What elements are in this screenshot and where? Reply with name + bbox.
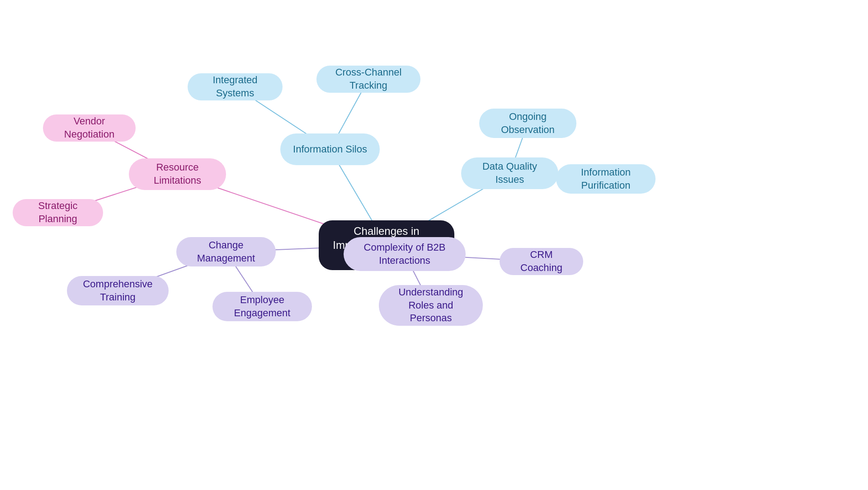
comprehensive-training-node: Comprehensive Training [67, 276, 169, 305]
vendor-negotiation-node: Vendor Negotiation [43, 114, 136, 142]
integrated-systems-node: Integrated Systems [188, 73, 283, 100]
ongoing-observation-node: Ongoing Observation [479, 109, 576, 138]
information-silos-node: Information Silos [280, 133, 380, 165]
crm-coaching-node: CRM Coaching [500, 248, 583, 275]
understanding-roles-node: Understanding Roles and Personas [379, 285, 483, 326]
employee-engagement-node: Employee Engagement [212, 292, 312, 321]
strategic-planning-node: Strategic Planning [13, 199, 103, 226]
change-management-node: Change Management [176, 237, 276, 266]
information-purification-node: Information Purification [556, 164, 656, 194]
resource-limitations-node: Resource Limitations [129, 158, 226, 190]
complexity-b2b-node: Complexity of B2B Interactions [344, 237, 466, 271]
cross-channel-tracking-node: Cross-Channel Tracking [316, 66, 420, 93]
data-quality-issues-node: Data Quality Issues [461, 157, 558, 189]
